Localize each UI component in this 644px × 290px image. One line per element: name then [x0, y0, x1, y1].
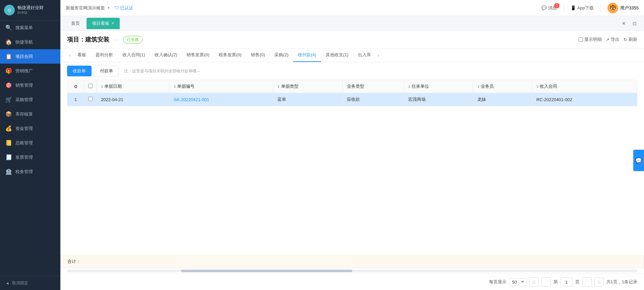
- subtabs: ‹ 看板盈利分析收入合同(1)收入确认(2)销售发票(0)税务发票(0)销售(0…: [60, 49, 644, 62]
- sidebar-item-quicknav[interactable]: 🏠 快捷导航: [0, 35, 60, 49]
- row-number-link-0[interactable]: SK-20220421-001: [174, 97, 209, 102]
- row-partner-0: 宏茂商场: [404, 93, 473, 106]
- horizontal-scrollbar[interactable]: [60, 268, 644, 274]
- pin-icon: ◄: [5, 281, 9, 286]
- app-logo: ⊙: [4, 5, 15, 15]
- shield-icon: 🛡: [114, 5, 119, 10]
- row-date-0: 2022-04-21: [97, 93, 170, 106]
- user-avatar: 🐯: [607, 3, 618, 13]
- project-more-btn[interactable]: ···: [113, 37, 119, 42]
- topbar-actions: 💬 消息 1 📱 App下载 🐯 用户3355: [541, 3, 639, 13]
- show-detail-checkbox[interactable]: [579, 38, 583, 42]
- sidebar-pin-toggle[interactable]: ◄ 取消固定: [0, 276, 60, 290]
- sidebar-item-invoice-label: 发票管理: [15, 154, 33, 160]
- refresh-icon: ↻: [624, 37, 627, 42]
- scrollbar-thumb[interactable]: [181, 270, 352, 272]
- subtab-9[interactable]: 其他收支(1): [321, 49, 353, 62]
- sidebar-item-finance-label: 资金管理: [15, 126, 33, 132]
- subtab-prev-arrow[interactable]: ‹: [67, 49, 73, 61]
- feedback-button[interactable]: 💬: [633, 150, 644, 171]
- app-download-button[interactable]: 📱 App下载: [571, 5, 594, 11]
- show-detail-toggle[interactable]: 显示明细: [579, 37, 602, 43]
- tab-home[interactable]: 首页: [66, 18, 85, 29]
- subtab-10[interactable]: 出入库: [353, 49, 376, 62]
- row-business-type-0: 应收款: [343, 93, 404, 106]
- payments-btn[interactable]: 付款单: [94, 66, 119, 76]
- quicknav-icon: 🏠: [5, 39, 12, 45]
- subtab-2[interactable]: 收入合同(1): [118, 49, 150, 62]
- main-content: 新服务官网演示账套 ▼ 🛡 已认证 💬 消息 1 📱 App下载 🐯 用户335…: [60, 0, 644, 290]
- sidebar-header: ⊙ 畅捷通好业财 标准版: [0, 0, 60, 20]
- marketing-icon: 🎁: [5, 68, 12, 74]
- app-version: 标准版: [17, 10, 44, 15]
- user-menu[interactable]: 🐯 用户3355: [607, 3, 639, 13]
- sidebar-item-search[interactable]: 🔍 搜索菜单: [0, 20, 60, 35]
- sidebar-item-finance[interactable]: 💰 资金管理: [0, 121, 60, 136]
- col-partner-header: ↕ 往来单位: [404, 80, 473, 93]
- tab-close-window-btn[interactable]: ✕: [620, 19, 628, 27]
- row-type-0: 蓝单: [273, 93, 343, 106]
- subtab-5[interactable]: 税务发票(0): [214, 49, 246, 62]
- sidebar-item-sales[interactable]: 🎯 销售管理: [0, 78, 60, 92]
- subtab-1[interactable]: 盈利分析: [91, 49, 118, 62]
- account-arrow-icon: ▼: [107, 6, 110, 10]
- toolbar-note: 注：这里是与项目关联的全部收付款单哦～: [124, 68, 201, 74]
- messages-button[interactable]: 💬 消息 1: [541, 5, 557, 11]
- export-button[interactable]: ↗ 导出: [606, 37, 620, 43]
- refresh-button[interactable]: ↻ 刷新: [624, 37, 637, 43]
- prev-page-btn[interactable]: 〈: [541, 277, 551, 287]
- show-detail-label: 显示明细: [584, 37, 602, 43]
- col-check: [84, 80, 97, 93]
- sidebar-item-tax[interactable]: 🏦 税务管理: [0, 164, 60, 179]
- export-label: 导出: [611, 37, 620, 43]
- row-number-0: SK-20220421-001: [169, 93, 273, 106]
- settings-icon[interactable]: ⚙: [74, 84, 78, 89]
- cert-label: 已认证: [120, 5, 133, 11]
- col-date-header: ↕ 单据日期: [97, 80, 170, 93]
- sidebar-item-invoice[interactable]: 🧾 发票管理: [0, 150, 60, 164]
- subtab-4[interactable]: 销售发票(0): [182, 49, 214, 62]
- tabbar: 首页 项目看板 ✕ ✕ ⊡: [60, 16, 644, 31]
- user-label: 用户3355: [620, 5, 639, 11]
- first-page-btn[interactable]: ⟨⟨: [529, 277, 539, 287]
- refresh-label: 刷新: [629, 37, 637, 43]
- records-table: ⚙ ↕ 单据日期 ↕ 单据编号 ↕ 单据类型 业务类型 ↕ 往来单位 ↕ 业务员…: [67, 80, 637, 106]
- total-label: 合计：: [67, 259, 80, 265]
- select-all-checkbox[interactable]: [88, 84, 93, 88]
- project-label: 项目：建筑安装: [67, 35, 109, 44]
- last-page-btn[interactable]: ⟩⟩: [594, 277, 604, 287]
- tab-project-board[interactable]: 项目看板 ✕: [87, 18, 120, 29]
- per-page-select[interactable]: 50 100 200: [509, 278, 527, 286]
- pagination: 每页显示 50 100 200 ⟨⟨ 〈 第 页 〉 ⟩⟩ 共1页，1条记录: [60, 274, 644, 290]
- subtab-0[interactable]: 看板: [73, 49, 91, 62]
- sidebar-item-marketing[interactable]: 🎁 营销推广: [0, 64, 60, 78]
- page-input[interactable]: [560, 277, 573, 287]
- next-page-btn[interactable]: 〉: [582, 277, 592, 287]
- tab-maximize-btn[interactable]: ⊡: [631, 19, 639, 27]
- sidebar-item-contract[interactable]: 📋 项目合同: [0, 49, 60, 64]
- tax-icon: 🏦: [5, 168, 12, 175]
- subtab-3[interactable]: 收入确认(2): [150, 49, 182, 62]
- col-settings[interactable]: ⚙: [67, 80, 84, 93]
- row-checkbox-0[interactable]: [88, 97, 93, 101]
- row-contract-0: RC-20220401-002: [532, 93, 637, 106]
- sidebar-item-inventory[interactable]: 📦 库存核算: [0, 107, 60, 121]
- search-icon: 🔍: [5, 24, 12, 31]
- row-check-0[interactable]: [84, 93, 97, 106]
- app-title-block: 畅捷通好业财 标准版: [17, 5, 44, 15]
- app-download-label: App下载: [577, 5, 594, 11]
- topbar-divider-1: [564, 4, 564, 12]
- total-row: 合计：: [60, 255, 644, 268]
- account-selector[interactable]: 新服务官网演示账套 ▼: [66, 5, 110, 11]
- page-prefix-label: 第: [553, 279, 558, 285]
- subtab-8[interactable]: 收付款(4): [293, 49, 321, 62]
- subtab-next-arrow[interactable]: ›: [376, 49, 381, 61]
- sidebar: ⊙ 畅捷通好业财 标准版 🔍 搜索菜单 🏠 快捷导航 📋 项目合同 🎁 营销推广…: [0, 0, 60, 290]
- receipts-btn[interactable]: 收款单: [67, 66, 92, 76]
- sidebar-item-ledger[interactable]: 📒 总账管理: [0, 136, 60, 150]
- subtab-6[interactable]: 销售(0): [246, 49, 270, 62]
- sidebar-item-purchase[interactable]: 🛒 采购管理: [0, 92, 60, 107]
- subtab-7[interactable]: 采购(2): [270, 49, 293, 62]
- tab-close-icon[interactable]: ✕: [111, 21, 114, 25]
- col-salesperson-header: ↕ 业务员: [473, 80, 532, 93]
